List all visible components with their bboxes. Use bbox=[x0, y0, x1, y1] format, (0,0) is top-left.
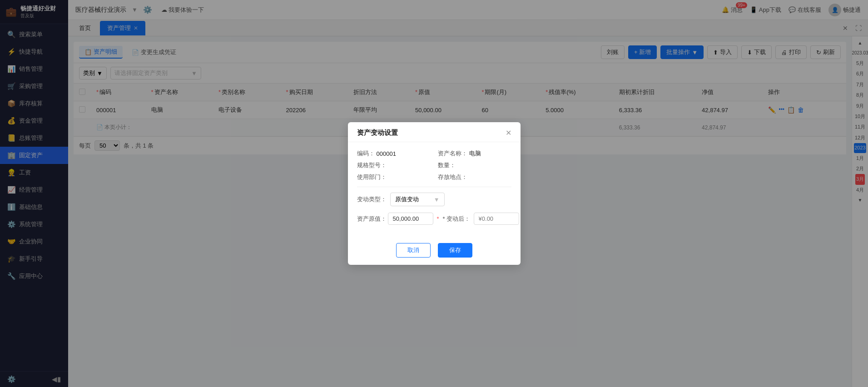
modal-info-grid: 编码： 000001 资产名称： 电脑 规格型号： 数量： 使用部门： bbox=[357, 149, 511, 181]
spec-label: 规格型号： bbox=[357, 161, 387, 169]
code-value: 000001 bbox=[377, 150, 396, 157]
quantity-label: 数量： bbox=[438, 161, 456, 169]
modal-location-row: 存放地点： bbox=[438, 173, 511, 181]
modal-overlay: 资产变动设置 ✕ 编码： 000001 资产名称： 电脑 规格型号： 数量： bbox=[0, 0, 868, 387]
modal-quantity-row: 数量： bbox=[438, 161, 511, 169]
change-type-row: 变动类型： 原值变动 ▼ bbox=[357, 193, 511, 206]
select-chevron-icon: ▼ bbox=[434, 196, 440, 203]
required-star: * bbox=[437, 215, 439, 222]
asset-change-modal: 资产变动设置 ✕ 编码： 000001 资产名称： 电脑 规格型号： 数量： bbox=[348, 122, 521, 265]
modal-code-row: 编码： 000001 bbox=[357, 149, 431, 158]
after-change-label: * 变动后： bbox=[443, 215, 470, 223]
change-type-label: 变动类型： bbox=[357, 195, 387, 203]
asset-name-label: 资产名称： bbox=[438, 149, 467, 158]
asset-value-label: 资产原值： bbox=[357, 215, 384, 223]
asset-name-value: 电脑 bbox=[469, 149, 481, 158]
modal-close-button[interactable]: ✕ bbox=[506, 129, 511, 137]
change-type-value: 原值变动 bbox=[395, 195, 419, 203]
modal-header: 资产变动设置 ✕ bbox=[348, 122, 521, 142]
modal-asset-name-row: 资产名称： 电脑 bbox=[438, 149, 511, 158]
modal-footer: 取消 保存 bbox=[348, 238, 521, 265]
asset-value-row: 资产原值： 50,000.00 * * 变动后： bbox=[357, 213, 511, 225]
location-label: 存放地点： bbox=[438, 173, 467, 181]
code-label: 编码： bbox=[357, 149, 375, 158]
modal-divider bbox=[357, 187, 511, 187]
cancel-button[interactable]: 取消 bbox=[396, 243, 431, 258]
modal-title: 资产变动设置 bbox=[357, 129, 398, 137]
modal-body: 编码： 000001 资产名称： 电脑 规格型号： 数量： 使用部门： bbox=[348, 142, 521, 238]
dept-label: 使用部门： bbox=[357, 173, 387, 181]
after-change-input[interactable] bbox=[474, 213, 519, 225]
change-type-select[interactable]: 原值变动 ▼ bbox=[390, 193, 445, 206]
save-button[interactable]: 保存 bbox=[438, 243, 472, 258]
cancel-label: 取消 bbox=[407, 247, 419, 253]
save-label: 保存 bbox=[449, 247, 461, 253]
modal-dept-row: 使用部门： bbox=[357, 173, 431, 181]
asset-value-display: 50,000.00 bbox=[388, 213, 433, 225]
modal-spec-row: 规格型号： bbox=[357, 161, 431, 169]
